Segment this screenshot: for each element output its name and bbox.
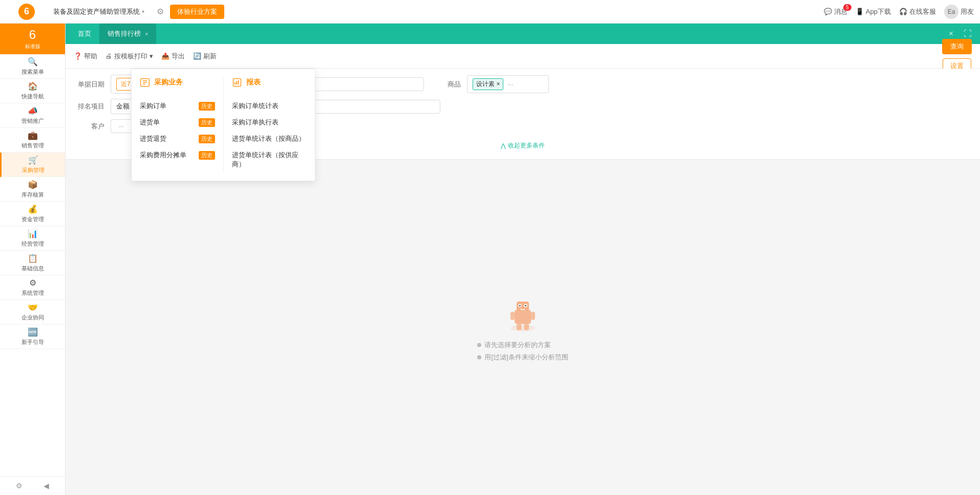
sidebar-label-enterprise: 企业协同 [22, 314, 44, 321]
purchase-section-icon [140, 77, 150, 88]
search-menu-icon: 🔍 [28, 57, 38, 67]
content-toolbar: ❓ 帮助 🖨 按模板打印 ▾ 📤 导出 🔄 刷新 [66, 44, 980, 69]
rank-label: 排名项目 [74, 102, 104, 111]
print-button[interactable]: 🖨 按模板打印 ▾ [105, 52, 153, 61]
customer-label: 客户 [74, 122, 104, 131]
sidebar-label-operations: 经营管理 [22, 240, 44, 248]
sidebar-label-guide: 新手引导 [22, 338, 44, 346]
sidebar-item-nav[interactable]: 🏠 快捷导航 [0, 79, 65, 103]
history-tag-0: 历史 [199, 102, 215, 111]
dropdown-item-order-exec[interactable]: 采购订单执行表 [232, 114, 307, 131]
sales-icon: 💼 [28, 131, 38, 140]
online-support-button[interactable]: 🎧 在线客服 [899, 7, 936, 16]
hint-dot-2 [477, 355, 481, 359]
dropdown-divider [223, 77, 224, 173]
history-tag-3: 历史 [199, 151, 215, 160]
dropdown-item-purchase-expense[interactable]: 采购费用分摊单 历史 [140, 147, 215, 163]
sidebar-item-inventory[interactable]: 📦 库存核算 [0, 177, 65, 202]
app-download-button[interactable]: 📱 App下载 [856, 7, 891, 16]
inventory-icon: 📦 [28, 180, 38, 189]
app-download-icon: 📱 [856, 8, 864, 15]
empty-hint-2: 用[过滤]条件来缩小分析范围 [477, 353, 568, 362]
tab-home[interactable]: 首页 [70, 24, 99, 44]
sidebar-item-sales[interactable]: 💼 销售管理 [0, 128, 65, 153]
date-label: 单据日期 [74, 80, 104, 89]
customer-more-icon[interactable]: ··· [118, 122, 124, 130]
sidebar-item-marketing[interactable]: 📣 营销推广 [0, 103, 65, 128]
guide-icon: 🆕 [28, 327, 38, 337]
user-avatar: Ea [944, 5, 958, 19]
dropdown-item-receipt-by-goods[interactable]: 进货单统计表（按商品） [232, 131, 307, 147]
sidebar-logo: 6 标准版 [0, 24, 65, 54]
refresh-button[interactable]: 🔄 刷新 [193, 52, 217, 61]
headset-icon: 🎧 [899, 8, 907, 15]
sidebar-item-search[interactable]: 🔍 搜索菜单 [0, 54, 65, 79]
dropdown-item-purchase-return[interactable]: 进货退货 历史 [140, 131, 215, 147]
goods-input[interactable]: 设计素 × ··· [467, 75, 549, 93]
sidebar-item-enterprise[interactable]: 🤝 企业协同 [0, 300, 65, 325]
message-badge: 5 [843, 4, 851, 11]
sidebar-item-guide[interactable]: 🆕 新手引导 [0, 325, 65, 349]
tab-expand-btn[interactable]: ⛶ [960, 29, 976, 38]
empty-state-icon [502, 293, 543, 334]
print-dropdown-arrow[interactable]: ▾ [150, 52, 153, 60]
sidebar-bottom: ⚙ ◀ [0, 476, 65, 495]
refresh-icon: 🔄 [193, 52, 201, 60]
svg-point-5 [519, 305, 521, 306]
sidebar-item-finance[interactable]: 💰 资金管理 [0, 202, 65, 226]
svg-rect-11 [524, 324, 529, 330]
sidebar-label-nav: 快捷导航 [22, 93, 44, 100]
tab-close-icon[interactable]: × [145, 31, 148, 37]
sidebar-item-purchase[interactable]: 🛒 采购管理 [0, 153, 65, 177]
svg-rect-7 [520, 309, 525, 310]
tab-sales-ranking-label: 销售排行榜 [108, 29, 141, 38]
history-tag-1: 历史 [199, 118, 215, 127]
purchase-icon: 🛒 [28, 155, 38, 165]
history-tag-2: 历史 [199, 135, 215, 143]
purchase-dropdown-menu: 采购业务 采购订单 历史 进货单 历史 进货退货 历史 [131, 69, 315, 181]
salesman-input[interactable]: ··· [297, 100, 440, 114]
message-icon: 💬 [824, 8, 832, 15]
sidebar-item-basic-info[interactable]: 📋 基础信息 [0, 251, 65, 275]
industry-button[interactable]: 体验行业方案 [170, 5, 224, 19]
settings-icon[interactable]: ⚙ [157, 7, 164, 16]
enterprise-icon: 🤝 [28, 303, 38, 312]
logo-icon: 6 [18, 4, 35, 20]
message-button[interactable]: 💬 消息 5 [824, 7, 847, 16]
sidebar-label-basic-info: 基础信息 [22, 265, 44, 272]
goods-tag-text: 设计素 × [476, 80, 500, 89]
rank-value: 金额 [116, 102, 130, 111]
sidebar-item-operations[interactable]: 📊 经营管理 [0, 226, 65, 251]
system-dropdown-arrow[interactable]: ▾ [142, 9, 144, 14]
main-area: 6 标准版 🔍 搜索菜单 🏠 快捷导航 📣 营销推广 💼 销售管理 🛒 [0, 24, 980, 495]
sidebar-item-system[interactable]: ⚙ 系统管理 [0, 275, 65, 300]
sidebar-settings-btn[interactable]: ⚙ [16, 482, 23, 490]
dropdown-item-receipt-by-supplier[interactable]: 进货单统计表（按供应商） [232, 147, 307, 173]
user-menu-button[interactable]: Ea 用友 [944, 5, 974, 19]
system-title: 装备及固定资产辅助管理系统 [53, 7, 140, 16]
tab-close-all-btn[interactable]: × [943, 29, 960, 38]
collapse-button[interactable]: ⋀ 收起更多条件 [501, 141, 545, 150]
sidebar-collapse-btn[interactable]: ◀ [44, 482, 49, 490]
empty-text: 请先选择要分析的方案 用[过滤]条件来缩小分析范围 [477, 340, 568, 362]
goods-label: 商品 [430, 80, 461, 89]
dropdown-item-purchase-order[interactable]: 采购订单 历史 [140, 98, 215, 114]
query-button[interactable]: 查询 [942, 39, 972, 54]
svg-point-0 [510, 325, 535, 331]
dropdown-item-purchase-receipt[interactable]: 进货单 历史 [140, 114, 215, 131]
export-button[interactable]: 📤 导出 [161, 52, 185, 61]
help-icon: ❓ [74, 52, 82, 60]
collapse-up-icon: ⋀ [501, 142, 506, 149]
dropdown-columns: 采购业务 采购订单 历史 进货单 历史 进货退货 历史 [140, 77, 307, 173]
dropdown-col-reports: 报表 采购订单统计表 采购订单执行表 进货单统计表（按商品） 进货单统计表（按供 [232, 77, 307, 173]
goods-more-icon[interactable]: ··· [507, 80, 513, 88]
svg-rect-10 [517, 324, 522, 330]
megaphone-icon: 📣 [28, 106, 38, 116]
dropdown-item-order-stat[interactable]: 采购订单统计表 [232, 98, 307, 114]
export-icon: 📤 [161, 52, 169, 60]
help-button[interactable]: ❓ 帮助 [74, 52, 97, 61]
tab-sales-ranking[interactable]: 销售排行榜 × [99, 24, 156, 44]
print-icon: 🖨 [105, 52, 112, 60]
system-title-area: 装备及固定资产辅助管理系统 ▾ [53, 7, 146, 16]
tabs-bar: 首页 销售排行榜 × × ⛶ [66, 24, 980, 44]
